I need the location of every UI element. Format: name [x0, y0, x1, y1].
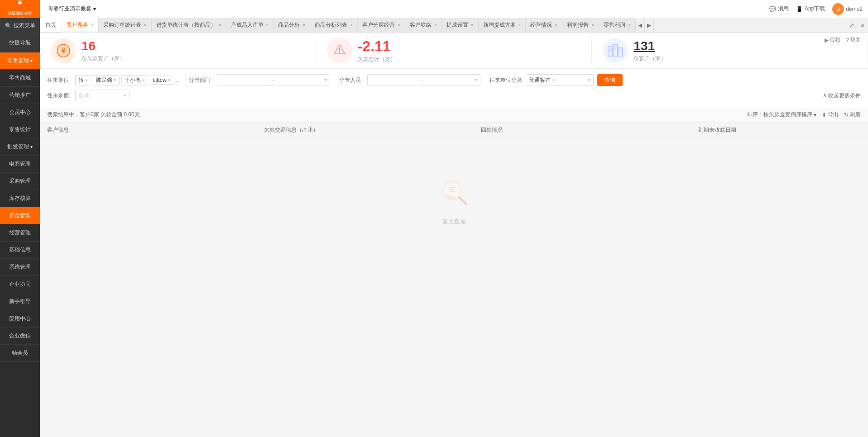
filter-tag-chen[interactable]: 陈民强 ×	[93, 75, 120, 86]
sidebar-item-retail[interactable]: 零售管理 ▾	[0, 52, 40, 70]
sidebar-item-finance[interactable]: 资金管理	[0, 207, 40, 224]
filter-row-1: 往来单位 伍 × 陈民强 × 王小亮 × cjttcw × ...	[47, 74, 861, 86]
tab-retail-profit[interactable]: 零售利润 ×	[599, 18, 636, 33]
tab-close-purchase-orders[interactable]: ×	[144, 23, 147, 28]
help-button[interactable]: ? 帮助	[846, 36, 861, 44]
tab-close-inventory-stats[interactable]: ×	[219, 23, 221, 28]
sidebar-search[interactable]: 🔍 搜索菜单	[0, 18, 40, 33]
filter-tag-wu[interactable]: 伍 ×	[75, 75, 91, 86]
export-button[interactable]: ⬇ 导出	[822, 111, 839, 119]
message-button[interactable]: 💬 消息	[769, 5, 789, 13]
tab-close-customer-segment[interactable]: ×	[398, 23, 400, 28]
tab-close-accounts[interactable]: ×	[91, 22, 94, 27]
logo-text: 畅捷通好生意	[8, 10, 32, 16]
sidebar-item-marketing[interactable]: 营销推广	[0, 87, 40, 104]
tab-product-analysis[interactable]: 商品分析 ×	[273, 18, 310, 33]
sidebar-item-purchase[interactable]: 采购管理	[0, 173, 40, 190]
sidebar-logo[interactable]: ¥ 畅捷通好生意 标版	[0, 0, 40, 18]
filter-select-unit-category-chevron: ▾	[588, 77, 590, 83]
tab-home[interactable]: 首页	[40, 18, 62, 33]
filter-tag-normal-customer[interactable]: 普通客户 ×	[529, 76, 555, 84]
tab-close-product-inbound[interactable]: ×	[266, 23, 269, 28]
chevron-down-icon: ▾	[30, 58, 33, 63]
filter-tag-cjttcw-close[interactable]: ×	[168, 78, 171, 83]
sidebar-item-vip[interactable]: 畅会员	[0, 345, 40, 362]
user-menu[interactable]: D demo2	[832, 3, 863, 15]
sidebar-item-member[interactable]: 会员中心	[0, 104, 40, 121]
app-download-button[interactable]: 📱 App下载	[796, 5, 825, 13]
svg-text:¥: ¥	[61, 47, 66, 54]
tab-accounts[interactable]: 客户账本 ×	[62, 18, 99, 33]
search-button[interactable]: 查询	[597, 74, 623, 86]
chevron-down-icon: ▾	[30, 144, 33, 149]
tab-product-analysis-list[interactable]: 商品分析列表 ×	[310, 18, 358, 33]
filter-tag-wang[interactable]: 王小亮 ×	[121, 75, 148, 86]
sidebar-item-enterprise[interactable]: 企业协同	[0, 276, 40, 293]
filter-select-person[interactable]: ··· ▾	[367, 74, 480, 86]
filter-tags-more[interactable]: ...	[175, 77, 180, 83]
tab-close-product-analysis[interactable]: ×	[302, 23, 305, 28]
download-icon: 📱	[796, 6, 803, 12]
tab-nav-left[interactable]: ◀	[636, 18, 645, 33]
tab-close-retail-profit[interactable]: ×	[628, 23, 631, 28]
tab-nav-right[interactable]: ▶	[645, 18, 654, 33]
tab-close-commission-setting[interactable]: ×	[471, 23, 474, 28]
tab-operation[interactable]: 经营情况 ×	[526, 18, 562, 33]
tab-purchase-orders[interactable]: 采购订单统计表 ×	[99, 18, 152, 33]
sidebar-item-inventory[interactable]: 库存核算	[0, 190, 40, 207]
table-header: 客户信息 欠款交易信息（占比） 回款情况 到期未收款日期	[40, 123, 868, 138]
tab-new-commission[interactable]: 新增提成方案 ×	[479, 18, 526, 33]
sidebar-item-app-center[interactable]: 应用中心	[0, 310, 40, 328]
filter-tag-wang-close[interactable]: ×	[142, 78, 145, 83]
sidebar-item-wechat[interactable]: 企业微信	[0, 328, 40, 345]
tab-customer-segment[interactable]: 客户分层经营 ×	[358, 18, 405, 33]
sidebar-item-new-guide[interactable]: 新手引导	[0, 293, 40, 310]
sidebar-item-retail-mall[interactable]: 零售商城	[0, 70, 40, 87]
sidebar-item-system[interactable]: 系统管理	[0, 259, 40, 276]
filter-input-balance[interactable]: 选择... ▾	[75, 90, 129, 101]
collapse-filters-button[interactable]: ∧ 收起更多条件	[823, 92, 861, 100]
filter-tag-wu-close[interactable]: ×	[85, 78, 88, 83]
main-content: ¥ 16 总欠款客户（家） -2.11 欠款合计（万）	[40, 33, 868, 437]
stat-total-debt-customers-number: 16	[82, 38, 125, 54]
avatar: D	[832, 3, 844, 15]
filter-input-balance-chevron: ▾	[124, 92, 126, 99]
filter-tag-chen-label: 陈民强	[96, 76, 112, 84]
video-icon: ▶	[825, 37, 829, 43]
tab-close-new-commission[interactable]: ×	[518, 23, 521, 28]
sidebar-item-base-info[interactable]: 基础信息	[0, 242, 40, 259]
message-icon: 💬	[769, 6, 776, 12]
tab-maximize[interactable]: ⤢	[846, 18, 857, 33]
top-bar-right: 💬 消息 📱 App下载 D demo2	[769, 3, 863, 15]
sort-select[interactable]: 排序：按欠款金额倒序排序 ▾	[747, 111, 816, 119]
tab-close-all[interactable]: ×	[857, 18, 868, 33]
tab-commission-setting[interactable]: 提成设置 ×	[442, 18, 479, 33]
sidebar-item-wholesale[interactable]: 批发管理 ▾	[0, 138, 40, 156]
filter-tag-cjttcw-label: cjttcw	[153, 77, 167, 83]
stat-debt-amount: -2.11 欠款合计（万）	[316, 38, 592, 63]
sidebar-item-operation-mgmt[interactable]: 经营管理	[0, 224, 40, 242]
table-col-date: 到期未收款日期	[698, 126, 861, 134]
store-selector[interactable]: 母婴行业演示账套 ▾	[45, 4, 99, 14]
tab-close-operation[interactable]: ×	[555, 23, 557, 28]
refresh-button[interactable]: ↻ 刷新	[844, 111, 861, 119]
filter-select-unit-category[interactable]: 普通客户 × ▾	[526, 74, 594, 86]
filter-tag-chen-close[interactable]: ×	[114, 78, 116, 83]
svg-rect-17	[449, 189, 454, 190]
tab-close-profit-report[interactable]: ×	[591, 23, 594, 28]
tab-inventory-stats[interactable]: 进货单统计表（按商品） ×	[152, 18, 226, 33]
tab-actions: ⤢ ×	[846, 18, 868, 33]
filter-tag-cjttcw[interactable]: cjttcw ×	[150, 76, 174, 85]
tab-close-customer-contact[interactable]: ×	[434, 23, 437, 28]
sidebar-item-ecommerce[interactable]: 电商管理	[0, 156, 40, 173]
filter-tag-normal-customer-close[interactable]: ×	[552, 78, 555, 83]
tab-customer-contact[interactable]: 客户联络 ×	[405, 18, 442, 33]
video-help-button[interactable]: ▶ 视频	[825, 36, 840, 44]
tab-close-product-analysis-list[interactable]: ×	[350, 23, 353, 28]
sidebar-item-retail-stats[interactable]: 零售统计	[0, 121, 40, 138]
filter-select-dept[interactable]: ··· ▾	[217, 74, 330, 86]
sidebar-item-quick-nav[interactable]: 快捷导航	[0, 36, 40, 49]
tab-profit-report[interactable]: 利润报告 ×	[562, 18, 599, 33]
tab-product-inbound[interactable]: 产成品入库单 ×	[226, 18, 274, 33]
filter-tag-wu-label: 伍	[78, 76, 84, 84]
